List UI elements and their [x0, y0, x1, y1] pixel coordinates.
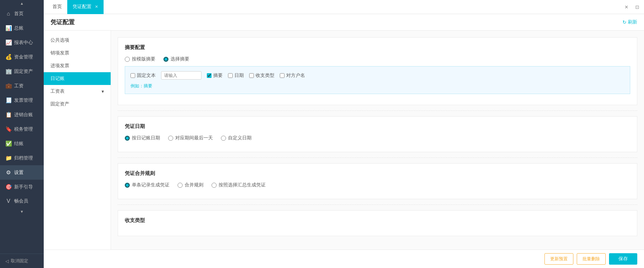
- checkbox-date-label: 日期: [234, 73, 244, 79]
- sidebar-item-tax[interactable]: 🔖 税务管理: [0, 122, 44, 136]
- radio-by-journal-date-input[interactable]: [125, 136, 130, 141]
- update-preset-button[interactable]: 更新预置: [544, 253, 573, 265]
- checkbox-row: 固定文本 摘要 日期: [130, 71, 624, 80]
- checkbox-counterparty-input[interactable]: [280, 73, 285, 78]
- radio-by-journal-date[interactable]: 按日记账日期: [125, 135, 160, 141]
- section-income-type: 收支类型: [118, 210, 637, 236]
- radio-template-summary-input[interactable]: [125, 57, 130, 62]
- section-voucher-merge: 凭证合并规则 单条记录生成凭证 合并规则 按照选择汇总生成凭证: [118, 163, 637, 199]
- sidebar-item-funds[interactable]: 💰 资金管理: [0, 50, 44, 64]
- left-nav-journal-label: 日记账: [50, 76, 65, 82]
- batch-delete-button[interactable]: 批量删除: [577, 253, 606, 265]
- radio-single-record[interactable]: 单条记录生成凭证: [125, 182, 169, 188]
- window-close-button[interactable]: ✕: [623, 4, 630, 10]
- sidebar-item-home[interactable]: ⌂ 首页: [0, 7, 44, 21]
- radio-custom-date-input[interactable]: [221, 136, 226, 141]
- sidebar-item-archive[interactable]: 📁 归档管理: [0, 151, 44, 165]
- content-layout: 公共选项 销项发票 进项发票 日记账 工资表 ▾ 固定资产: [44, 31, 644, 250]
- checkbox-date-input[interactable]: [228, 73, 233, 78]
- left-nav-purchase-invoice[interactable]: 进项发票: [44, 59, 111, 72]
- divider-1: [118, 110, 637, 111]
- checkbox-income-type-input[interactable]: [249, 73, 254, 78]
- radio-select-merge[interactable]: 按照选择汇总生成凭证: [212, 182, 266, 188]
- example-text: 例如：摘要: [130, 83, 624, 89]
- refresh-label: 刷新: [628, 19, 637, 25]
- sidebar-item-reports[interactable]: 📈 报表中心: [0, 35, 44, 50]
- refresh-button[interactable]: ↻ 刷新: [622, 19, 637, 25]
- page-header: 凭证配置 ↻ 刷新: [44, 14, 644, 31]
- sidebar-label-settings: 设置: [14, 170, 24, 176]
- section-voucher-date: 凭证日期 按日记账日期 对应期间最后一天 自定义日期: [118, 116, 637, 152]
- sidebar-item-settle[interactable]: ✅ 结账: [0, 136, 44, 151]
- sidebar-unpin[interactable]: ◁ 取消固定: [0, 254, 44, 268]
- sidebar-label-settle: 结账: [14, 141, 24, 147]
- checkbox-fixed-text-input[interactable]: [130, 73, 135, 78]
- section-income-type-title: 收支类型: [125, 217, 630, 224]
- checkbox-income-type-label: 收支类型: [256, 73, 274, 79]
- ledger-icon: 📊: [5, 25, 11, 31]
- window-maximize-button[interactable]: ⊡: [634, 4, 641, 10]
- sidebar-label-archive: 归档管理: [14, 155, 33, 161]
- left-nav-public-label: 公共选项: [50, 37, 69, 43]
- radio-last-period-day-input[interactable]: [168, 136, 173, 141]
- sidebar-item-member[interactable]: V 畅会员: [0, 194, 44, 208]
- tab-bar: 首页 凭证配置 ✕ ✕ ⊡: [44, 0, 644, 14]
- radio-select-summary-input[interactable]: [163, 57, 168, 62]
- radio-merge-rule-input[interactable]: [178, 183, 183, 188]
- left-nav-payroll-table[interactable]: 工资表 ▾: [44, 85, 111, 98]
- sidebar-label-payroll: 工资: [14, 83, 24, 89]
- main-area: 首页 凭证配置 ✕ ✕ ⊡ 凭证配置 ↻ 刷新 公共选项: [44, 0, 644, 268]
- checkbox-fixed-text[interactable]: 固定文本: [130, 73, 156, 79]
- radio-last-period-day-label: 对应期间最后一天: [175, 135, 213, 141]
- left-nav-purchase-invoice-label: 进项发票: [50, 63, 69, 69]
- sidebar-item-purchase-sales[interactable]: 📋 进销台账: [0, 107, 44, 122]
- fixed-text-input[interactable]: [161, 71, 201, 80]
- tab-close-icon[interactable]: ✕: [95, 4, 98, 9]
- sidebar-label-guide: 新手引导: [14, 184, 33, 190]
- sidebar-scroll-up[interactable]: ▲: [0, 0, 44, 7]
- checkbox-date[interactable]: 日期: [228, 73, 244, 79]
- radio-template-summary[interactable]: 按模版摘要: [125, 56, 155, 62]
- settle-icon: ✅: [5, 140, 11, 147]
- left-nav-fixed-assets-label: 固定资产: [50, 101, 69, 107]
- tab-home[interactable]: 首页: [47, 0, 67, 14]
- chevron-down-icon: ▾: [102, 89, 104, 94]
- radio-select-summary[interactable]: 选择摘要: [163, 56, 189, 62]
- sidebar-item-assets[interactable]: 🏢 固定资产: [0, 64, 44, 79]
- sidebar-label-home: 首页: [14, 11, 24, 17]
- checkbox-summary-input[interactable]: [207, 73, 212, 78]
- save-button[interactable]: 保存: [609, 253, 637, 265]
- sidebar-label-reports: 报表中心: [14, 40, 33, 46]
- guide-icon: 🎯: [5, 184, 11, 190]
- checkbox-income-type[interactable]: 收支类型: [249, 73, 274, 79]
- radio-last-period-day[interactable]: 对应期间最后一天: [168, 135, 213, 141]
- left-nav-fixed-assets[interactable]: 固定资产: [44, 98, 111, 110]
- checkbox-summary[interactable]: 摘要: [207, 73, 223, 79]
- right-content: 摘要配置 按模版摘要 选择摘要: [111, 31, 644, 250]
- radio-custom-date[interactable]: 自定义日期: [221, 135, 252, 141]
- radio-merge-rule[interactable]: 合并规则: [178, 182, 203, 188]
- tab-bar-right: ✕ ⊡: [623, 4, 641, 10]
- funds-icon: 💰: [5, 54, 11, 60]
- unpin-icon: ◁: [5, 259, 9, 264]
- checkbox-counterparty[interactable]: 对方户名: [280, 73, 305, 79]
- assets-icon: 🏢: [5, 68, 11, 75]
- page-content: 凭证配置 ↻ 刷新 公共选项 销项发票 进项发票 日记账: [44, 14, 644, 268]
- radio-single-record-input[interactable]: [125, 183, 130, 188]
- radio-select-merge-input[interactable]: [212, 183, 217, 188]
- left-nav-public[interactable]: 公共选项: [44, 34, 111, 47]
- sidebar-item-payroll[interactable]: 💼 工资: [0, 79, 44, 93]
- sidebar-item-guide[interactable]: 🎯 新手引导: [0, 180, 44, 194]
- sidebar-label-purchase-sales: 进销台账: [14, 112, 33, 118]
- tab-voucher-config[interactable]: 凭证配置 ✕: [67, 0, 104, 14]
- bottom-bar: 更新预置 批量删除 保存: [44, 250, 644, 268]
- sidebar-scroll-down[interactable]: ▼: [0, 208, 44, 215]
- sidebar-item-settings[interactable]: ⚙ 设置: [0, 165, 44, 180]
- sidebar-item-ledger[interactable]: 📊 总账: [0, 21, 44, 35]
- left-nav-sales-invoice[interactable]: 销项发票: [44, 47, 111, 59]
- checkbox-summary-label: 摘要: [213, 73, 223, 79]
- sidebar-item-invoice-mgmt[interactable]: 🧾 发票管理: [0, 93, 44, 107]
- left-nav-journal[interactable]: 日记账: [44, 72, 111, 85]
- voucher-date-radio-group: 按日记账日期 对应期间最后一天 自定义日期: [125, 135, 630, 141]
- member-icon: V: [5, 198, 11, 204]
